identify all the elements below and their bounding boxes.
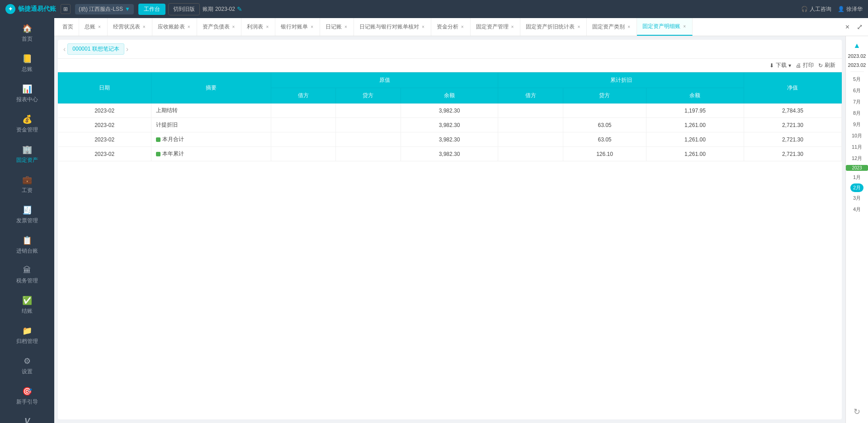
user-profile[interactable]: 👤 徐泽华	[838, 5, 863, 13]
cell-date-1: 2023-02	[58, 118, 151, 132]
tab-receivable-close[interactable]: ×	[187, 24, 191, 30]
right-panel-month-5[interactable]: 5月	[846, 74, 868, 85]
sidebar-item-salary[interactable]: 💼 工资	[0, 169, 54, 200]
tab-close-all-button[interactable]: ×	[843, 22, 852, 32]
tab-fund-analysis[interactable]: 资金分析 ×	[431, 18, 471, 36]
support-label: 人工咨询	[810, 5, 831, 13]
period-display: 账期 2023-02 ✎	[203, 5, 242, 13]
right-panel-month-4[interactable]: 4月	[846, 204, 868, 215]
sidebar-item-capital[interactable]: 💰 资金管理	[0, 109, 54, 139]
right-panel-scroll-up[interactable]: ▲	[854, 40, 861, 52]
sub-tab-000001[interactable]: 000001 联想笔记本	[67, 43, 124, 55]
right-panel-month-6[interactable]: 6月	[846, 85, 868, 96]
sub-tab-next[interactable]: ›	[126, 45, 128, 53]
right-panel-month-8[interactable]: 8月	[846, 108, 868, 119]
period-edit-icon[interactable]: ✎	[237, 5, 242, 13]
company-selector[interactable]: (劝) 江西服垚-LSS ▼	[75, 4, 134, 14]
right-panel-period-display[interactable]: 2023.02	[848, 61, 866, 70]
reports-icon: 📊	[22, 84, 32, 94]
sidebar-label-sales: 进销台账	[16, 247, 38, 255]
sidebar-item-fixed-assets[interactable]: 🏢 固定资产	[0, 139, 54, 169]
tab-receivable[interactable]: 应收账龄表 ×	[152, 18, 197, 36]
sidebar-item-archive[interactable]: 📁 归档管理	[0, 320, 54, 351]
refresh-button[interactable]: ↻ 刷新	[818, 61, 835, 69]
tab-expand-button[interactable]: ⤢	[854, 22, 865, 32]
top-bar: ✦ 畅捷通易代账 ⊞ (劝) 江西服垚-LSS ▼ 工作台 切到旧版 账期 20…	[0, 0, 868, 18]
tab-operation-close[interactable]: ×	[142, 24, 146, 30]
th-orig-credit: 贷方	[336, 88, 401, 103]
tab-bank-check-close[interactable]: ×	[421, 24, 425, 30]
th-summary: 摘要	[151, 73, 271, 103]
support-button[interactable]: 🎧 人工咨询	[801, 5, 831, 13]
tab-profit[interactable]: 利润表 ×	[241, 18, 275, 36]
tab-fixed-category[interactable]: 固定资产类别 ×	[587, 18, 637, 36]
tab-bank-check[interactable]: 日记账与银行对账单核对 ×	[354, 18, 431, 36]
print-button[interactable]: 🖨 打印	[796, 61, 814, 69]
sidebar-label-home: 首页	[22, 35, 33, 43]
member-icon: V	[24, 417, 30, 423]
tab-journal-close[interactable]: ×	[344, 24, 348, 30]
tab-depreciation-stat[interactable]: 固定资产折旧统计表 ×	[520, 18, 587, 36]
th-date: 日期	[58, 73, 151, 103]
sidebar-item-guide[interactable]: 🎯 新手引导	[0, 381, 54, 411]
guide-icon: 🎯	[22, 386, 32, 396]
tab-balance[interactable]: 资产负债表 ×	[197, 18, 242, 36]
tab-profit-label: 利润表	[247, 23, 263, 31]
sidebar-item-sales[interactable]: 📋 进销台账	[0, 230, 54, 260]
switch-version-button[interactable]: 切到旧版	[168, 3, 200, 15]
download-button[interactable]: ⬇ 下载 ▾	[769, 61, 791, 69]
right-panel-refresh-icon[interactable]: ↻	[854, 404, 860, 419]
tab-fixed-mgmt-label: 固定资产管理	[476, 23, 509, 31]
sidebar-item-ledger[interactable]: 📒 总账	[0, 48, 54, 79]
cell-accum-balance-1: 1,261.00	[646, 118, 744, 132]
sidebar-item-home[interactable]: 🏠 首页	[0, 18, 54, 48]
right-panel-year-top[interactable]: 2023.02	[848, 52, 866, 61]
fixed-assets-icon: 🏢	[22, 145, 32, 155]
tab-fixed-category-close[interactable]: ×	[627, 24, 631, 30]
tab-journal[interactable]: 日记账 ×	[320, 18, 354, 36]
right-panel-month-12[interactable]: 12月	[846, 153, 868, 164]
workbench-button[interactable]: 工作台	[138, 4, 165, 15]
right-panel-month-7[interactable]: 7月	[846, 96, 868, 108]
right-panel-month-3[interactable]: 3月	[846, 193, 868, 204]
sidebar-item-invoice[interactable]: 🧾 发票管理	[0, 200, 54, 230]
th-accumulated-depreciation: 累计折旧	[498, 73, 744, 88]
cell-orig-balance-3: 3,982.30	[401, 147, 498, 161]
tab-depreciation-stat-close[interactable]: ×	[576, 24, 581, 30]
cell-accum-debit-0	[498, 103, 563, 118]
tax-icon: 🏛	[23, 266, 31, 275]
sidebar-label-capital: 资金管理	[16, 126, 38, 134]
tab-fixed-detail-close[interactable]: ×	[682, 24, 687, 29]
salary-icon: 💼	[22, 175, 32, 185]
tab-operation[interactable]: 经营状况表 ×	[108, 18, 152, 36]
tab-fixed-mgmt-close[interactable]: ×	[510, 24, 515, 30]
tab-fund-analysis-close[interactable]: ×	[460, 24, 465, 30]
tab-bank-stmt-close[interactable]: ×	[310, 24, 314, 30]
sidebar-item-reports[interactable]: 📊 报表中心	[0, 79, 54, 109]
tab-fixed-mgmt[interactable]: 固定资产管理 ×	[471, 18, 521, 36]
tab-profit-close[interactable]: ×	[265, 24, 269, 30]
tab-balance-close[interactable]: ×	[231, 24, 236, 30]
tab-bank-stmt[interactable]: 银行对账单 ×	[275, 18, 320, 36]
cell-summary-0: 上期结转	[151, 103, 271, 118]
sidebar-item-settings[interactable]: ⚙ 设置	[0, 351, 54, 381]
tab-home[interactable]: 首页	[57, 18, 79, 36]
sub-tab-prev[interactable]: ‹	[63, 45, 66, 53]
app-name: 畅捷通易代账	[18, 5, 56, 13]
right-panel-month-9[interactable]: 9月	[846, 119, 868, 130]
th-accum-debit: 借方	[498, 88, 563, 103]
sidebar-item-settlement[interactable]: ✅ 结账	[0, 290, 54, 320]
right-panel-month-1[interactable]: 1月	[846, 172, 868, 183]
right-panel-month-11[interactable]: 11月	[846, 141, 868, 153]
sidebar-item-member[interactable]: V 畅会员	[0, 411, 54, 423]
cell-orig-credit-3	[336, 147, 401, 161]
right-panel-month-2[interactable]: 2月	[850, 183, 863, 192]
tab-fixed-detail[interactable]: 固定资产明细账 ×	[637, 18, 693, 36]
ledger-icon: 📒	[22, 54, 32, 64]
copy-icon[interactable]: ⊞	[61, 4, 71, 14]
tab-ledger[interactable]: 总账 ×	[79, 18, 108, 36]
headset-icon: 🎧	[801, 6, 808, 12]
right-panel-month-10[interactable]: 10月	[846, 130, 868, 141]
tab-ledger-close[interactable]: ×	[97, 24, 102, 30]
sidebar-item-tax[interactable]: 🏛 税务管理	[0, 260, 54, 290]
